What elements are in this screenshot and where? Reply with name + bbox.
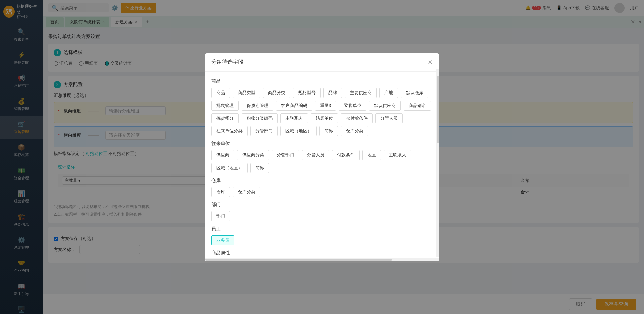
field-tag-short-name-p[interactable]: 简称 [250, 163, 269, 173]
field-tag-pay-terms[interactable]: 付款条件 [332, 150, 360, 160]
field-tag-supplier[interactable]: 供应商 [211, 150, 234, 160]
field-tag-quality[interactable]: 保质期管理 [241, 101, 273, 111]
section-title-employee: 员工 [211, 226, 433, 232]
field-tag-payment-terms[interactable]: 收付款条件 [341, 113, 373, 123]
modal-scroll-track[interactable] [205, 258, 439, 261]
modal-close-button[interactable]: ✕ [428, 59, 433, 66]
field-tag-spec[interactable]: 规格型号 [293, 88, 321, 98]
field-tag-customer-code[interactable]: 客户商品编码 [276, 101, 312, 111]
field-tag-contact[interactable]: 主联系人 [280, 113, 308, 123]
field-tag-region-p[interactable]: 区域（地区） [211, 163, 248, 173]
field-tag-area[interactable]: 地区 [362, 150, 381, 160]
field-tag-product[interactable]: 商品 [211, 88, 230, 98]
field-tag-partner-category[interactable]: 往来单位分类 [211, 126, 248, 136]
field-tag-batch[interactable]: 批次管理 [211, 101, 239, 111]
field-tag-brand[interactable]: 品牌 [323, 88, 342, 98]
field-grid-department: 部门 [211, 211, 433, 221]
field-grid-partner: 供应商 供应商分类 分管部门 分管人员 付款条件 地区 主联系人 区域（地区） … [211, 150, 433, 173]
field-tag-tax-code[interactable]: 税收分类编码 [241, 113, 278, 123]
field-tag-dept[interactable]: 分管部门 [250, 126, 278, 136]
modal-title: 分组待选字段 [211, 59, 244, 66]
modal-overlay: 分组待选字段 ✕ 商品 商品 商品类型 商品分类 规格型号 品牌 主要供应商 产… [0, 0, 644, 314]
modal-header: 分组待选字段 ✕ [205, 53, 439, 72]
field-tag-default-supplier[interactable]: 默认供应商 [369, 101, 401, 111]
modal-body: 商品 商品 商品类型 商品分类 规格型号 品牌 主要供应商 产地 默认仓库 批次… [205, 72, 439, 258]
modal-vertical-thumb [437, 76, 439, 143]
field-tag-warehouse[interactable]: 仓库 [211, 187, 230, 197]
field-grid-product: 商品 商品类型 商品分类 规格型号 品牌 主要供应商 产地 默认仓库 批次管理 … [211, 88, 433, 136]
field-tag-dept-mgr[interactable]: 分管人员 [375, 113, 403, 123]
field-tag-settlement-unit[interactable]: 结算单位 [311, 113, 338, 123]
section-title-department: 部门 [211, 202, 433, 208]
field-tag-salesperson[interactable]: 业务员 [211, 235, 234, 245]
field-tag-alias[interactable]: 商品别名 [404, 101, 431, 111]
field-grid-warehouse: 仓库 仓库分类 [211, 187, 433, 197]
field-tag-dept-p[interactable]: 分管部门 [272, 150, 299, 160]
section-title-product: 商品 [211, 78, 433, 84]
field-tag-dept-person[interactable]: 分管人员 [302, 150, 329, 160]
field-tag-origin[interactable]: 产地 [379, 88, 398, 98]
field-tag-short-name[interactable]: 简称 [319, 126, 338, 136]
modal-scroll-thumb [205, 259, 392, 261]
field-tag-region[interactable]: 区域（地区） [280, 126, 317, 136]
field-tag-dept-d[interactable]: 部门 [211, 211, 230, 221]
field-tag-pick-score[interactable]: 拣货积分 [211, 113, 239, 123]
field-tag-supplier-category[interactable]: 供应商分类 [237, 150, 269, 160]
field-tag-wh-category[interactable]: 仓库分类 [341, 126, 368, 136]
modal-vertical-scrollbar[interactable] [436, 69, 439, 257]
section-title-partner: 往来单位 [211, 141, 433, 147]
field-grid-employee: 业务员 [211, 235, 433, 245]
field-tag-main-supplier[interactable]: 主要供应商 [345, 88, 377, 98]
field-tag-product-category[interactable]: 商品分类 [263, 88, 290, 98]
field-tag-main-contact[interactable]: 主联系人 [384, 150, 411, 160]
field-tag-weight[interactable]: 重量3 [315, 101, 336, 111]
field-tag-retail-unit[interactable]: 零售单位 [339, 101, 366, 111]
field-tag-default-warehouse[interactable]: 默认仓库 [401, 88, 428, 98]
field-tag-product-type[interactable]: 商品类型 [233, 88, 260, 98]
section-title-warehouse: 仓库 [211, 178, 433, 184]
field-tag-wh-cat[interactable]: 仓库分类 [233, 187, 260, 197]
section-title-product-attr: 商品属性 [211, 250, 433, 256]
modal-dialog: 分组待选字段 ✕ 商品 商品 商品类型 商品分类 规格型号 品牌 主要供应商 产… [205, 53, 439, 261]
